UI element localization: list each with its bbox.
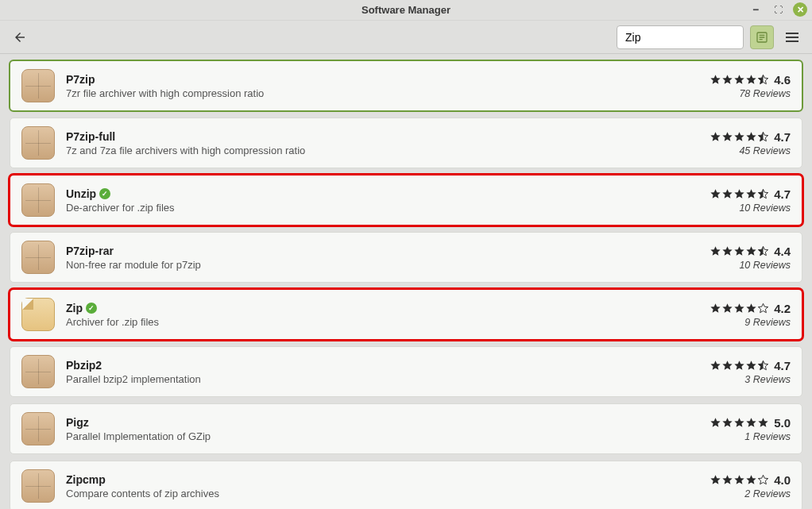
star-icon [721,417,733,429]
app-description: Parallel Implementation of GZip [66,430,710,442]
star-icon [710,303,721,314]
flatpak-button[interactable] [750,25,774,49]
app-list: P7zip7zr file archiver with high compres… [0,54,812,509]
star-icon [721,74,733,86]
app-name: Unzip✓ [66,187,710,200]
toolbar [0,21,812,54]
rating-score: 5.0 [774,416,791,430]
star-icon [710,360,721,372]
hamburger-icon [786,33,798,42]
package-icon [21,69,55,102]
star-icon [733,417,745,429]
app-description: De-archiver for .zip files [66,202,710,214]
app-rating: 4.745 Reviews [710,130,791,156]
star-icon [733,188,745,200]
app-description: Parallel bzip2 implementation [66,373,710,385]
app-info: Pbzip2Parallel bzip2 implementation [66,359,710,385]
package-icon [21,241,55,274]
rating-score: 4.7 [774,187,791,201]
star-icon [710,474,721,486]
back-button[interactable] [8,25,32,49]
app-rating: 4.710 Reviews [710,187,791,214]
review-count: 9 Reviews [710,317,791,328]
star-icon [710,74,721,86]
star-icon [745,474,757,486]
rating-score: 4.0 [774,473,791,487]
app-row[interactable]: P7zip-rarNon-free rar module for p7zip4.… [10,232,802,283]
installed-check-icon: ✓ [86,303,97,314]
search-input[interactable] [622,31,768,44]
window-title: Software Manager [362,4,450,16]
titlebar: Software Manager ━ ⛶ ✕ [0,0,812,21]
package-icon [21,355,55,388]
star-icon [757,188,769,200]
maximize-button[interactable]: ⛶ [771,2,785,17]
star-icon [745,417,757,429]
app-description: Compare contents of zip archives [66,488,710,499]
window-controls: ━ ⛶ ✕ [748,2,807,17]
star-icon [745,360,757,372]
flatpak-icon [756,31,768,44]
star-icon [757,417,769,429]
package-icon [21,126,55,160]
star-icon [721,131,733,143]
app-info: PigzParallel Implementation of GZip [66,416,710,442]
star-icon [757,303,769,314]
app-row[interactable]: ZipcmpCompare contents of zip archives4.… [10,461,802,509]
app-row[interactable]: Pbzip2Parallel bzip2 implementation4.73 … [10,346,802,397]
app-row[interactable]: P7zip-full7z and 7za file archivers with… [10,118,802,168]
app-row[interactable]: PigzParallel Implementation of GZip5.01 … [10,403,802,454]
app-description: 7zr file archiver with high compression … [66,87,710,99]
star-icon [757,131,769,143]
star-icon [757,245,769,257]
review-count: 10 Reviews [710,260,791,271]
installed-check-icon: ✓ [99,188,110,199]
star-icon [721,474,733,486]
star-icon [721,360,733,372]
app-rating: 4.410 Reviews [710,245,791,271]
app-rating: 4.29 Reviews [710,302,791,328]
app-name: P7zip-rar [66,245,710,257]
app-info: Zip✓Archiver for .zip files [66,302,710,328]
app-description: Non-free rar module for p7zip [66,259,710,271]
star-icon [733,245,745,257]
star-icon [745,188,757,200]
app-description: 7z and 7za file archivers with high comp… [66,145,710,156]
app-rating: 4.678 Reviews [710,73,791,99]
search-box[interactable] [617,25,744,49]
app-row[interactable]: Unzip✓De-archiver for .zip files4.710 Re… [10,175,802,226]
app-row[interactable]: Zip✓Archiver for .zip files4.29 Reviews [10,289,802,340]
review-count: 1 Reviews [710,431,791,442]
review-count: 78 Reviews [710,88,791,99]
package-icon [21,183,55,217]
star-icon [745,245,757,257]
star-icon [721,303,733,314]
app-info: P7zip-full7z and 7za file archivers with… [66,130,710,156]
star-icon [710,188,721,200]
star-icon [710,131,721,143]
app-row[interactable]: P7zip7zr file archiver with high compres… [10,60,802,111]
app-name: Pbzip2 [66,359,710,372]
package-icon [21,298,55,331]
star-icon [733,303,745,314]
app-rating: 4.73 Reviews [710,359,791,385]
minimize-button[interactable]: ━ [748,2,763,17]
review-count: 10 Reviews [710,202,791,214]
package-icon [21,412,55,445]
app-name: Zip✓ [66,302,710,314]
star-icon [710,417,721,429]
star-icon [733,474,745,486]
app-rating: 5.01 Reviews [710,416,791,442]
menu-button[interactable] [780,25,804,49]
close-button[interactable]: ✕ [793,2,807,17]
maximize-icon: ⛶ [774,5,783,14]
star-icon [757,474,769,486]
star-icon [721,188,733,200]
package-icon [21,469,55,503]
star-icon [733,360,745,372]
app-name: Pigz [66,416,710,429]
star-icon [745,303,757,314]
back-arrow-icon [13,30,27,44]
star-icon [710,245,721,257]
rating-score: 4.7 [774,359,791,372]
